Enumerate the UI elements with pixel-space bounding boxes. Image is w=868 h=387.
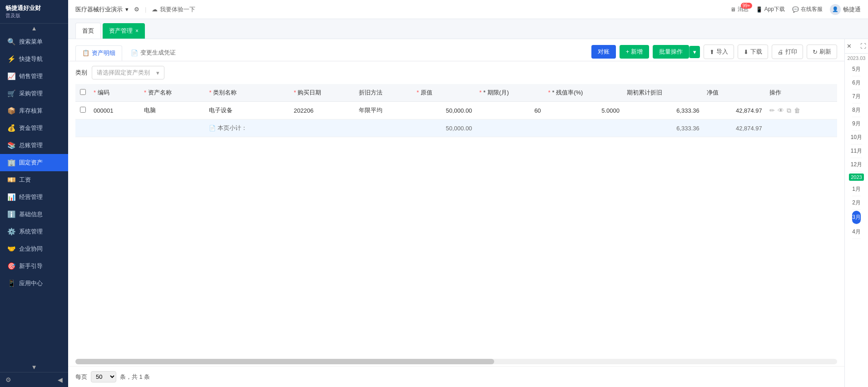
sidebar-label-payroll: 工资 bbox=[19, 176, 31, 184]
quick-nav-icon: ⚡ bbox=[7, 55, 15, 63]
tab-assets-label: 资产管理 bbox=[109, 27, 133, 35]
message-btn[interactable]: 🖥 消息 99+ bbox=[730, 5, 749, 13]
sidebar-label-app-center: 应用中心 bbox=[19, 279, 43, 288]
batch-button[interactable]: 批量操作 bbox=[653, 45, 689, 59]
edit-btn[interactable]: ✏ bbox=[769, 107, 775, 114]
app-name: 畅捷通好业财 bbox=[5, 5, 63, 12]
sidebar-item-ledger[interactable]: 📚总账管理 bbox=[0, 137, 68, 154]
delete-btn[interactable]: 🗑 bbox=[794, 107, 800, 114]
download-button[interactable]: ⬇ 下载 bbox=[738, 45, 768, 59]
batch-dropdown-btn[interactable]: ▾ bbox=[689, 46, 700, 58]
select-all-checkbox[interactable] bbox=[80, 89, 86, 95]
category-select[interactable]: 请选择固定资产类别 ▾ bbox=[92, 66, 164, 79]
month-item-curr-4月[interactable]: 4月 bbox=[852, 225, 861, 239]
subtotal-original: 50,000.00 bbox=[413, 119, 476, 137]
asset-detail-icon: 📋 bbox=[82, 50, 89, 56]
month-item-curr-2月[interactable]: 2月 bbox=[852, 196, 861, 210]
month-item-prev-7月[interactable]: 7月 bbox=[852, 90, 861, 104]
col-depreciation-method: 折旧方法 bbox=[355, 84, 413, 102]
main-area: 医疗器械行业演示 ▾ ⚙ | ☁ 我要体验一下 🖥 消息 99+ 📱 App下载… bbox=[68, 0, 868, 387]
export-button[interactable]: ⬆ 导入 bbox=[704, 45, 734, 59]
tab-home-label: 首页 bbox=[82, 27, 94, 34]
cell-net-value: 42,874.97 bbox=[703, 102, 766, 119]
tab-assets[interactable]: 资产管理 × bbox=[103, 23, 145, 39]
sidebar-label-fixed-assets: 固定资产 bbox=[19, 159, 43, 167]
download-icon: 📱 bbox=[756, 6, 763, 13]
month-item-curr-1月[interactable]: 1月 bbox=[852, 183, 861, 196]
inventory-icon: 📦 bbox=[7, 107, 15, 115]
sidebar-item-guide[interactable]: 🎯新手引导 bbox=[0, 258, 68, 275]
col-category: 类别名称 bbox=[205, 84, 290, 102]
col-name: 资产名称 bbox=[140, 84, 205, 102]
panel-expand-icon[interactable]: ⛶ bbox=[860, 43, 866, 50]
sidebar-item-inventory[interactable]: 📦库存核算 bbox=[0, 102, 68, 119]
tab-voucher-gen[interactable]: 📄 变更生成凭证 bbox=[124, 45, 183, 60]
year-badge[interactable]: 2023 bbox=[849, 174, 863, 181]
sidebar-nav: 🔍搜索菜单⚡快捷导航📈销售管理🛒采购管理📦库存核算💰资金管理📚总账管理🏢固定资产… bbox=[0, 33, 68, 362]
tab-asset-detail[interactable]: 📋 资产明细 bbox=[75, 45, 122, 61]
month-item-prev-8月[interactable]: 8月 bbox=[852, 104, 861, 117]
asset-table: 编码 资产名称 类别名称 购买日期 折旧方法 原值 * 期限(月) * 残值率(… bbox=[75, 84, 837, 137]
copy-btn[interactable]: ⧉ bbox=[787, 107, 791, 114]
sales-icon: 📈 bbox=[7, 72, 15, 80]
month-item-prev-5月[interactable]: 5月 bbox=[852, 63, 861, 76]
select-arrow-icon: ▾ bbox=[156, 69, 159, 76]
panel-close-icon[interactable]: ✕ bbox=[847, 43, 852, 50]
new-button[interactable]: + 新增 bbox=[620, 45, 649, 59]
print-button[interactable]: 🖨 打印 bbox=[772, 45, 803, 59]
sidebar-item-purchase[interactable]: 🛒采购管理 bbox=[0, 85, 68, 102]
right-panel-header: ✕ ⛶ bbox=[845, 39, 868, 54]
col-accumulated: 期初累计折旧 bbox=[623, 84, 703, 102]
view-btn[interactable]: 👁 bbox=[778, 107, 784, 114]
tab-voucher-gen-label: 变更生成凭证 bbox=[140, 49, 176, 57]
sidebar-item-quick-nav[interactable]: ⚡快捷导航 bbox=[0, 50, 68, 68]
sidebar-item-funds[interactable]: 💰资金管理 bbox=[0, 119, 68, 137]
user-menu[interactable]: 👤 畅捷通 bbox=[830, 4, 861, 15]
duizhang-button[interactable]: 对账 bbox=[591, 45, 616, 59]
sidebar-item-cooperation[interactable]: 🤝企业协同 bbox=[0, 240, 68, 258]
month-list: 5月6月7月8月9月10月11月12月20231月2月3月4月 bbox=[845, 63, 868, 239]
refresh-button[interactable]: ↻ 刷新 bbox=[807, 45, 837, 59]
sidebar-scroll-down[interactable]: ▼ bbox=[0, 362, 68, 372]
export-icon: ⬆ bbox=[709, 49, 714, 55]
table-scrollbar[interactable] bbox=[75, 359, 837, 364]
subtotal-empty6 bbox=[476, 119, 545, 137]
sidebar-item-app-center[interactable]: 📱应用中心 bbox=[0, 275, 68, 292]
collapse-button[interactable]: ◀ bbox=[58, 376, 63, 383]
app-download-btn[interactable]: 📱 App下载 bbox=[756, 5, 785, 13]
tab-home[interactable]: 首页 bbox=[75, 23, 101, 39]
month-item-prev-6月[interactable]: 6月 bbox=[852, 76, 861, 90]
month-item-prev-9月[interactable]: 9月 bbox=[852, 117, 861, 131]
month-item-curr-3月[interactable]: 3月 bbox=[852, 211, 861, 224]
cloud-icon: ☁ bbox=[152, 6, 158, 13]
subtotal-row: 📄 本页小计： 50,000.00 6,333.36 42,874.97 bbox=[75, 119, 837, 137]
sidebar-item-search[interactable]: 🔍搜索菜单 bbox=[0, 33, 68, 50]
month-item-prev-10月[interactable]: 10月 bbox=[851, 131, 862, 144]
row-checkbox[interactable] bbox=[80, 107, 86, 113]
month-item-prev-11月[interactable]: 11月 bbox=[851, 144, 862, 158]
sidebar-item-sales[interactable]: 📈销售管理 bbox=[0, 68, 68, 85]
per-page-select[interactable]: 50 100 200 bbox=[91, 371, 116, 382]
inner-tabs: 📋 资产明细 📄 变更生成凭证 对账 + 新增 批量操作 ▾ ⬆ bbox=[68, 39, 844, 61]
sidebar-label-sales: 销售管理 bbox=[19, 72, 43, 80]
system-icon: ⚙️ bbox=[7, 228, 15, 236]
sidebar-item-fixed-assets[interactable]: 🏢固定资产 bbox=[0, 154, 68, 171]
sidebar-item-basic-info[interactable]: ℹ️基础信息 bbox=[0, 206, 68, 223]
gear-button[interactable]: ⚙ bbox=[134, 6, 139, 13]
sidebar-item-payroll[interactable]: 💴工资 bbox=[0, 171, 68, 189]
online-service-btn[interactable]: 💬 在线客服 bbox=[792, 5, 823, 13]
table-scroll-thumb bbox=[75, 359, 494, 364]
experience-btn[interactable]: ☁ 我要体验一下 bbox=[152, 5, 195, 14]
tab-assets-close[interactable]: × bbox=[135, 28, 139, 34]
month-item-prev-12月[interactable]: 12月 bbox=[851, 158, 862, 172]
sidebar-scroll-up[interactable]: ▲ bbox=[0, 24, 68, 33]
sidebar-item-system[interactable]: ⚙️系统管理 bbox=[0, 223, 68, 240]
col-action: 操作 bbox=[766, 84, 837, 102]
company-selector[interactable]: 医疗器械行业演示 ▾ bbox=[75, 5, 129, 14]
cell-category: 电子设备 bbox=[205, 102, 290, 119]
asset-table-wrapper: 编码 资产名称 类别名称 购买日期 折旧方法 原值 * 期限(月) * 残值率(… bbox=[68, 84, 844, 357]
sidebar-item-operations[interactable]: 📊经营管理 bbox=[0, 189, 68, 206]
settings-button[interactable]: ⚙ bbox=[5, 376, 11, 383]
cell-action: ✏ 👁 ⧉ 🗑 bbox=[766, 102, 837, 119]
subtotal-net: 42,874.97 bbox=[703, 119, 766, 137]
